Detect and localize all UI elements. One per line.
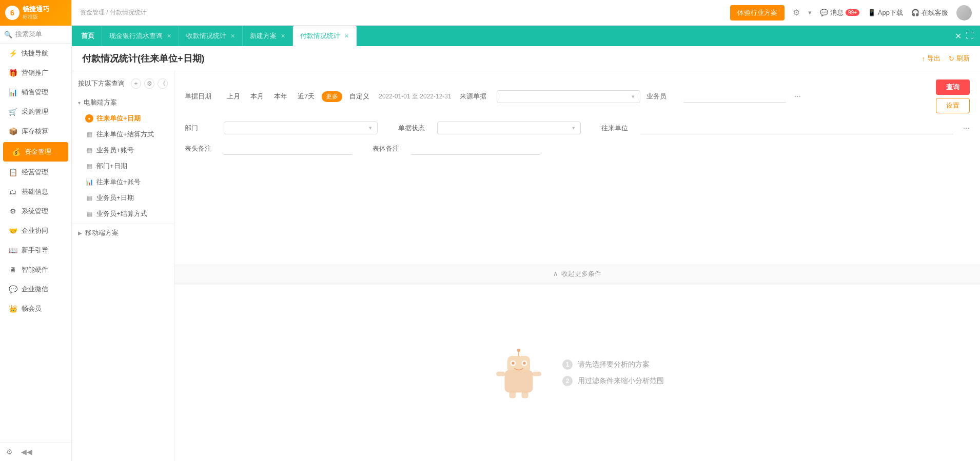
salesman-settlement-icon: ▦ <box>85 210 93 218</box>
main-area: 资金管理 / 付款情况统计 体验行业方案 ⚙ ▾ 💬 消息 99+ 📱 App下… <box>72 0 980 461</box>
date-range-text: 2022-01-01 至 2022-12-31 <box>379 92 451 101</box>
scheme-settings-btn[interactable]: ⚙ <box>144 78 154 89</box>
tab-bank-flow[interactable]: 现金银行流水查询 ✕ <box>102 26 179 46</box>
sidebar-item-hardware[interactable]: 🖥 智能硬件 <box>0 260 71 279</box>
filter-panel: 单据日期 上月 本月 本年 近7天 更多 自定义 2022-01-01 至 20… <box>174 71 980 265</box>
messages-badge: 99+ <box>846 9 859 16</box>
logo-icon: 6 <box>5 6 19 20</box>
date-last-7-days[interactable]: 近7天 <box>295 91 318 102</box>
date-current-year[interactable]: 本年 <box>271 91 290 102</box>
scheme-item-counterpart-date[interactable]: ● 往来单位+日期 <box>79 111 172 126</box>
doc-status-select[interactable]: ▾ <box>437 122 581 134</box>
salesman-account-label: 业务员+账号 <box>96 146 134 155</box>
scheme-panel-header: 按以下方案查询 + ⚙ 《 <box>72 76 174 93</box>
sidebar-item-member[interactable]: 👑 畅会员 <box>0 299 71 318</box>
salesman-input[interactable] <box>683 90 776 102</box>
tab-payments[interactable]: 付款情况统计 ✕ <box>293 26 357 46</box>
tab-expand-icon[interactable]: ⛶ <box>966 31 974 41</box>
scheme-item-dept-date[interactable]: ▦ 部门+日期 <box>79 158 172 174</box>
pc-group-label: 电脑端方案 <box>84 98 117 107</box>
guide-icon: 📖 <box>8 246 17 255</box>
search-menu[interactable]: 🔍 搜索菜单 <box>0 26 71 44</box>
dept-label: 部门 <box>185 124 215 133</box>
service-icon: 🎧 <box>911 9 919 16</box>
breadcrumb: 资金管理 / 付款情况统计 <box>80 8 724 17</box>
app-download-btn[interactable]: 📱 App下载 <box>868 8 903 17</box>
date-current-month[interactable]: 本月 <box>247 91 267 102</box>
system-icon: ⚙ <box>8 207 17 216</box>
date-range-block: 2022-01-01 至 2022-12-31 <box>379 92 451 101</box>
empty-hint-1: 1 请先选择要分析的方案 <box>562 359 664 370</box>
scheme-mobile-group[interactable]: ▶ 移动端方案 <box>72 224 174 242</box>
sidebar-item-capital[interactable]: 💰 资金管理 <box>3 142 68 162</box>
scheme-item-salesman-settlement[interactable]: ▦ 业务员+结算方式 <box>79 206 172 222</box>
settings-icon[interactable]: ⚙ <box>793 8 800 17</box>
mobile-group-arrow: ▶ <box>78 230 82 236</box>
scheme-item-counterpart-account[interactable]: 📊 往来单位+账号 <box>79 174 172 190</box>
tab-new-scheme[interactable]: 新建方案 ✕ <box>243 26 293 46</box>
scheme-item-salesman-date[interactable]: ▦ 业务员+日期 <box>79 190 172 206</box>
hardware-icon: 🖥 <box>8 265 17 274</box>
source-doc-select[interactable]: ▾ <box>497 90 640 103</box>
tab-bank-flow-close[interactable]: ✕ <box>167 33 171 39</box>
settings-btn[interactable]: 设置 <box>936 98 970 113</box>
date-last-month[interactable]: 上月 <box>224 91 243 102</box>
date-custom[interactable]: 自定义 <box>346 91 373 102</box>
dropdown-icon[interactable]: ▾ <box>808 9 812 16</box>
sidebar-item-wechat[interactable]: 💬 企业微信 <box>0 279 71 299</box>
footer-collapse-icon[interactable]: ◀◀ <box>21 448 32 456</box>
tab-receipts[interactable]: 收款情况统计 ✕ <box>179 26 243 46</box>
scheme-item-counterpart-settlement[interactable]: ▦ 往来单位+结算方式 <box>79 127 172 142</box>
scheme-item-salesman-account[interactable]: ▦ 业务员+账号 <box>79 143 172 158</box>
sidebar-label-inventory: 库存核算 <box>22 127 48 136</box>
sidebar-item-sales[interactable]: 📊 销售管理 <box>0 83 71 102</box>
counterpart-account-icon: 📊 <box>85 178 93 186</box>
doc-status-value <box>443 124 445 132</box>
table-body-note-input[interactable] <box>411 143 535 154</box>
sidebar-item-guide[interactable]: 📖 新手引导 <box>0 240 71 260</box>
sidebar-label-wechat: 企业微信 <box>22 285 48 294</box>
tab-close-all-icon[interactable]: ✕ <box>955 31 962 41</box>
tab-payments-label: 付款情况统计 <box>300 31 340 41</box>
empty-num-2: 2 <box>562 376 573 386</box>
sidebar-item-purchase[interactable]: 🛒 采购管理 <box>0 102 71 122</box>
date-more[interactable]: 更多 <box>322 91 342 102</box>
dept-date-label: 部门+日期 <box>96 162 127 171</box>
online-service-btn[interactable]: 🎧 在线客服 <box>911 8 948 17</box>
tab-payments-close[interactable]: ✕ <box>344 33 349 39</box>
export-icon: ↑ <box>922 55 926 63</box>
export-btn[interactable]: ↑ 导出 <box>922 54 941 63</box>
sidebar-item-system[interactable]: ⚙ 系统管理 <box>0 202 71 221</box>
sidebar-item-operations[interactable]: 📋 经营管理 <box>0 163 71 182</box>
tab-new-scheme-close[interactable]: ✕ <box>281 33 285 39</box>
dept-select[interactable]: ▾ <box>224 122 378 134</box>
scheme-add-btn[interactable]: + <box>131 78 141 89</box>
sidebar-item-enterprise[interactable]: 🤝 企业协同 <box>0 221 71 240</box>
sidebar-label-system: 系统管理 <box>22 207 48 216</box>
sidebar-label-quick-nav: 快捷导航 <box>22 49 48 58</box>
scheme-pc-group-title[interactable]: ▾ 电脑端方案 <box>72 95 174 110</box>
sidebar-item-quick-nav[interactable]: ⚡ 快捷导航 <box>0 44 71 63</box>
refresh-btn[interactable]: ↻ 刷新 <box>949 54 970 63</box>
footer-settings-icon[interactable]: ⚙ <box>6 448 13 456</box>
query-btn[interactable]: 查询 <box>936 79 970 95</box>
tab-home[interactable]: 首页 <box>74 26 102 46</box>
salesman-dots[interactable]: ··· <box>794 92 801 101</box>
sidebar-item-inventory[interactable]: 📦 库存核算 <box>0 122 71 141</box>
empty-hint-2-text: 用过滤条件来缩小分析范围 <box>578 376 664 386</box>
industry-btn[interactable]: 体验行业方案 <box>730 5 785 21</box>
user-avatar[interactable] <box>956 5 972 21</box>
table-header-note-input[interactable] <box>224 143 347 154</box>
sidebar-item-marketing[interactable]: 🎁 营销推广 <box>0 63 71 83</box>
scheme-collapse-btn[interactable]: 《 <box>158 78 168 89</box>
counterpart-label: 往来单位 <box>601 124 632 133</box>
tab-receipts-close[interactable]: ✕ <box>230 33 235 39</box>
svg-point-4 <box>512 362 515 365</box>
counterpart-input[interactable] <box>640 122 953 134</box>
sidebar-item-basics[interactable]: 🗂 基础信息 <box>0 182 71 202</box>
app-icon: 📱 <box>868 9 876 16</box>
collapse-bar[interactable]: ∧ 收起更多条件 <box>174 265 980 283</box>
wechat-icon: 💬 <box>8 285 17 294</box>
messages-btn[interactable]: 💬 消息 99+ <box>820 8 859 17</box>
counterpart-dots[interactable]: ··· <box>963 124 970 133</box>
